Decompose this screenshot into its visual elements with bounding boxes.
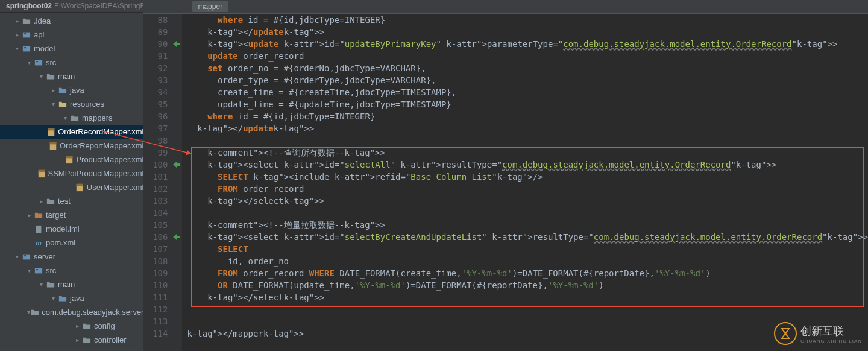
code-line[interactable]: k-tag"></updatek-tag">>	[187, 122, 868, 134]
project-tree[interactable]: .ideaapimodelsrcmainjavaresourcesmappers…	[0, 13, 143, 348]
editor-tab-bar: mapper	[143, 0, 868, 14]
code-line[interactable]	[187, 207, 868, 219]
line-number: 102	[143, 183, 168, 195]
tree-item[interactable]: test	[0, 194, 143, 208]
tree-item[interactable]: .idea	[0, 14, 143, 28]
tree-caret-icon[interactable]	[48, 101, 58, 107]
tree-caret-icon[interactable]	[36, 281, 46, 288]
code-line[interactable]: update_time = #{updateTime,jdbcType=TIME…	[187, 98, 868, 110]
logo-text: 创新互联	[800, 324, 862, 338]
tree-item[interactable]: controller	[0, 333, 143, 347]
module-icon	[22, 30, 31, 40]
code-line[interactable]: k-comment"><!--查询所有数据--k-tag">>	[187, 147, 868, 159]
line-number: 98	[143, 134, 168, 147]
breadcrumb-tab[interactable]: mapper	[192, 1, 228, 12]
code-line[interactable]: k-comment"><!--增量拉取数据--k-tag">>	[187, 219, 868, 231]
tree-caret-icon[interactable]	[24, 267, 34, 274]
code-area[interactable]: 8889909192939495969798991001011021031041…	[143, 14, 868, 351]
tree-label: src	[46, 58, 56, 67]
tree-item[interactable]: model	[0, 42, 143, 55]
tree-caret-icon[interactable]	[72, 337, 82, 343]
code-line[interactable]: k-tag"></selectk-tag">>	[187, 291, 868, 303]
tree-label: main	[58, 280, 75, 289]
tree-caret-icon[interactable]	[48, 87, 58, 93]
tree-caret-icon[interactable]	[48, 295, 58, 302]
folder-icon	[22, 16, 31, 26]
code-line[interactable]: where id = #{id,jdbcType=INTEGER}	[187, 14, 868, 26]
gutter-marker-icon[interactable]	[172, 232, 182, 242]
tree-caret-icon[interactable]	[36, 73, 46, 80]
gutter-marker-icon[interactable]	[172, 160, 182, 169]
tree-item[interactable]: mappers	[0, 111, 143, 125]
xml-icon	[49, 141, 57, 151]
tree-item[interactable]: resources	[0, 97, 143, 111]
tree-item[interactable]: SSMPoiProductMapper.xml	[0, 166, 143, 180]
tree-label: mappers	[82, 113, 113, 122]
tree-caret-icon[interactable]	[60, 115, 70, 121]
code-line[interactable]: FROM order_record	[187, 183, 868, 195]
tree-caret-icon[interactable]	[12, 253, 22, 260]
code-line[interactable]: FROM order_record WHERE DATE_FORMAT(crea…	[187, 267, 868, 279]
svg-rect-1	[24, 33, 27, 34]
tree-item[interactable]: OrderRecordMapper.xml	[0, 125, 143, 139]
code-line[interactable]: id, order_no	[187, 255, 868, 267]
code-line[interactable]: k-tag"><select k-attr">id="selectAll" k-…	[187, 159, 868, 171]
code-line[interactable]	[187, 303, 868, 315]
tree-item[interactable]: model.iml	[0, 222, 143, 236]
tree-caret-icon[interactable]	[27, 309, 31, 315]
code-line[interactable]: k-tag"></selectk-tag">>	[187, 195, 868, 207]
line-number: 89	[143, 26, 168, 38]
tree-item[interactable]: java	[0, 291, 143, 305]
tree-item[interactable]: ProductMapper.xml	[0, 153, 143, 166]
tree-caret-icon[interactable]	[24, 59, 34, 66]
tree-caret-icon[interactable]	[24, 212, 34, 218]
tree-label: com.debug.steadyjack.server	[42, 308, 143, 317]
code-line[interactable]: order_type = #{orderType,jdbcType=VARCHA…	[187, 74, 868, 86]
tree-item[interactable]: UserMapper.xml	[0, 180, 143, 194]
tree-label: main	[58, 72, 75, 81]
tree-item[interactable]: main	[0, 69, 143, 83]
tree-item[interactable]: src	[0, 55, 143, 69]
tree-item[interactable]: server	[0, 250, 143, 264]
line-number: 106	[143, 231, 168, 243]
svg-rect-11	[66, 156, 73, 158]
tree-caret-icon[interactable]	[12, 31, 22, 38]
folder-icon	[82, 335, 92, 345]
code-line[interactable]: SELECT	[187, 243, 868, 255]
code-line[interactable]: k-tag"></mapperk-tag">>	[187, 327, 868, 340]
tree-item[interactable]: OrderReportMapper.xml	[0, 139, 143, 153]
tree-item[interactable]: config	[0, 319, 143, 333]
tree-caret-icon[interactable]	[12, 17, 22, 24]
code-line[interactable]: create_time = #{createTime,jdbcType=TIME…	[187, 86, 868, 98]
code-line[interactable]: set order_no = #{orderNo,jdbcType=VARCHA…	[187, 62, 868, 74]
code-line[interactable]: k-tag"><select k-attr">id="selectByCreat…	[187, 231, 868, 243]
code-line[interactable]: OR DATE_FORMAT(update_time,'%Y-%m-%d')=D…	[187, 279, 868, 291]
code-line[interactable]: k-tag"></updatek-tag">>	[187, 26, 868, 38]
tree-item[interactable]: src	[0, 264, 143, 277]
folder-sel-icon	[34, 210, 43, 220]
tree-item[interactable]: mpom.xml	[0, 236, 143, 250]
tree-item[interactable]: api	[0, 28, 143, 42]
tree-item[interactable]: com.debug.steadyjack.server	[0, 305, 143, 319]
folder-src-icon	[58, 86, 68, 95]
code-line[interactable]: k-tag"><update k-attr">id="updateByPrima…	[187, 38, 868, 50]
tree-item[interactable]: main	[0, 277, 143, 291]
code-line[interactable]: update order_record	[187, 50, 868, 62]
code-line[interactable]: where id = #{id,jdbcType=INTEGER}	[187, 110, 868, 122]
code-line[interactable]	[187, 134, 868, 147]
svg-rect-0	[23, 32, 30, 37]
tree-caret-icon[interactable]	[12, 45, 22, 52]
tree-caret-icon[interactable]	[72, 323, 82, 329]
tree-caret-icon[interactable]	[36, 198, 46, 204]
line-number: 90	[143, 38, 168, 50]
tree-label: server	[34, 252, 55, 261]
folder-icon	[46, 72, 55, 81]
code-line[interactable]: SELECT k-tag"><include k-attr">refid="Ba…	[187, 171, 868, 183]
tree-item[interactable]: target	[0, 208, 143, 222]
module-icon	[34, 58, 43, 68]
module-icon	[34, 266, 43, 276]
tree-item[interactable]: java	[0, 83, 143, 97]
code-content[interactable]: where id = #{id,jdbcType=INTEGER} k-tag"…	[182, 14, 868, 351]
gutter-marker-icon[interactable]	[172, 39, 182, 49]
code-line[interactable]	[187, 315, 868, 327]
